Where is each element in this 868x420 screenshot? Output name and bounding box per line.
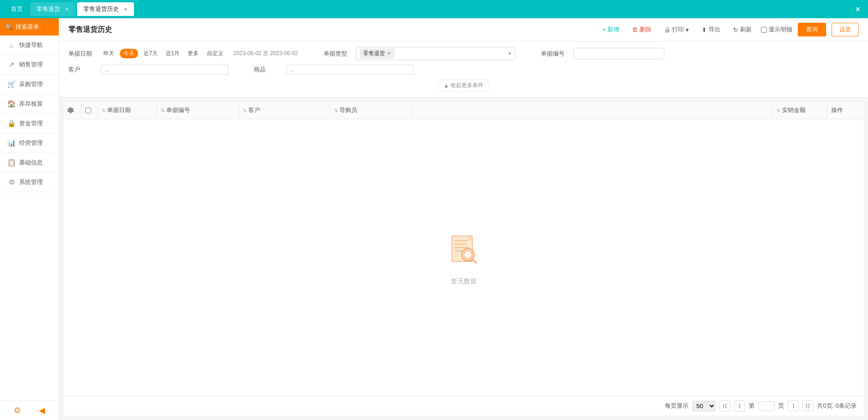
- basic-info-icon: 📋: [7, 159, 15, 167]
- new-button[interactable]: + 新增: [599, 24, 623, 36]
- filter-area: 单据日期 昨天 今天 近7天 近1月 更多 自定义 2023-06-02 至 2…: [59, 41, 868, 97]
- next-page-button[interactable]: ⟩: [788, 400, 799, 411]
- export-label: 导出: [709, 26, 720, 34]
- number-filter-input[interactable]: [573, 48, 664, 59]
- print-dropdown-icon: ▾: [686, 26, 689, 33]
- finance-icon: 🔒: [7, 119, 15, 128]
- sidebar-item-inventory-label: 库存核算: [19, 100, 43, 108]
- svg-rect-1: [454, 240, 468, 241]
- empty-text: 暂无数据: [451, 277, 477, 286]
- collapse-filter-button[interactable]: ▲ 收起更多条件: [438, 79, 490, 92]
- operations-icon: 📊: [7, 139, 15, 147]
- refresh-icon: ↻: [733, 26, 738, 33]
- sidebar-item-sales-mgmt[interactable]: ↗ 销售管理: [0, 55, 59, 75]
- content-area: 零售退货历史 + 新增 🗑 删除 🖨 打印 ▾ ⬆ 导出 ↻ 刷新: [59, 18, 868, 420]
- empty-illustration: [443, 229, 484, 270]
- date-opt-today[interactable]: 今天: [120, 49, 138, 58]
- goods-select[interactable]: ...: [286, 65, 414, 75]
- th-amount[interactable]: ⇅ 实销金额: [773, 102, 827, 119]
- inventory-icon: 🏠: [7, 100, 15, 108]
- th-customer[interactable]: ⇅ 客户: [239, 102, 330, 119]
- display-detail-checkbox[interactable]: [761, 27, 767, 33]
- page-number-input[interactable]: 1: [758, 401, 775, 411]
- last-page-button[interactable]: ⟩⟩: [802, 400, 813, 411]
- sort-number-icon: ⇅: [161, 108, 164, 113]
- display-detail-label: 显示明细: [769, 26, 792, 34]
- type-select[interactable]: 零售退货 ✕ ▾: [356, 47, 515, 60]
- print-button[interactable]: 🖨 打印 ▾: [661, 24, 693, 36]
- prev-page-button[interactable]: ⟨: [734, 400, 745, 411]
- export-button[interactable]: ⬆ 导出: [698, 24, 724, 36]
- window-close-button[interactable]: ✕: [851, 3, 864, 15]
- sidebar-item-purchase-mgmt[interactable]: 🛒 采购管理: [0, 75, 59, 94]
- date-opt-more[interactable]: 更多: [185, 49, 201, 58]
- date-opt-custom[interactable]: 自定义: [204, 49, 226, 58]
- date-opt-month[interactable]: 近1月: [163, 49, 183, 58]
- th-customer-label: 客户: [248, 106, 260, 114]
- first-page-button[interactable]: ⟨⟨: [719, 400, 730, 411]
- sidebar-item-system-label: 系统管理: [19, 178, 43, 186]
- print-label: 打印: [672, 26, 684, 34]
- type-filter-label: 单据类型: [324, 50, 349, 58]
- select-all-checkbox[interactable]: [85, 108, 91, 113]
- tab-retail-return[interactable]: 零售退货 ✕: [30, 2, 75, 16]
- tab-retail-return-close[interactable]: ✕: [65, 6, 69, 12]
- type-tag: 零售退货 ✕: [360, 49, 394, 58]
- sidebar-item-inventory[interactable]: 🏠 库存核算: [0, 94, 59, 114]
- search-icon: 🔍: [5, 24, 13, 31]
- per-page-select[interactable]: 10 20 50 100: [692, 401, 716, 411]
- sort-date-icon: ⇅: [102, 108, 105, 113]
- customer-filter-label: 客户: [68, 66, 93, 74]
- table-header: ⇅ 单据日期 ⇅ 单据编号 ⇅ 客户 ⇅ 导购员 ⇅ 实销: [63, 102, 864, 119]
- th-settings[interactable]: [63, 102, 82, 119]
- table-area: ⇅ 单据日期 ⇅ 单据编号 ⇅ 客户 ⇅ 导购员 ⇅ 实销: [63, 101, 864, 416]
- sidebar-item-operations[interactable]: 📊 经营管理: [0, 133, 59, 153]
- tab-retail-return-history-label: 零售退货历史: [83, 5, 119, 13]
- sidebar-item-basic-info[interactable]: 📋 基础信息: [0, 153, 59, 173]
- th-spacer: [412, 102, 773, 119]
- page-prefix-label: 第: [749, 402, 755, 410]
- th-number[interactable]: ⇅ 单据编号: [157, 102, 239, 119]
- th-actions-label: 操作: [831, 106, 843, 114]
- settings-button[interactable]: 设置: [832, 23, 859, 36]
- filter-row-2: 客户 ... 商品 ...: [68, 65, 859, 75]
- collapse-sidebar-icon[interactable]: ◀: [39, 405, 45, 415]
- th-amount-label: 实销金额: [782, 106, 806, 114]
- sidebar-item-quick-nav[interactable]: ⌂ 快捷导航: [0, 36, 59, 55]
- svg-line-7: [472, 259, 476, 263]
- tab-retail-return-history[interactable]: 零售退货历史 ✕: [77, 2, 134, 16]
- sidebar-bottom: ⚙ ◀: [0, 400, 59, 420]
- th-checkbox[interactable]: [82, 102, 98, 119]
- sidebar-item-finance-label: 资金管理: [19, 119, 43, 128]
- date-filter-label: 单据日期: [68, 50, 93, 58]
- page-header: 零售退货历史 + 新增 🗑 删除 🖨 打印 ▾ ⬆ 导出 ↻ 刷新: [59, 18, 868, 41]
- sidebar-item-quick-nav-label: 快捷导航: [19, 41, 43, 49]
- delete-button[interactable]: 🗑 删除: [628, 24, 655, 36]
- header-actions: + 新增 🗑 删除 🖨 打印 ▾ ⬆ 导出 ↻ 刷新 显示明细: [599, 23, 859, 36]
- type-select-arrow: ▾: [508, 51, 511, 56]
- sidebar-item-system[interactable]: ⚙ 系统管理: [0, 173, 59, 192]
- sidebar-item-finance[interactable]: 🔒 资金管理: [0, 114, 59, 133]
- date-opt-week[interactable]: 近7天: [141, 49, 160, 58]
- refresh-label: 刷新: [740, 26, 752, 34]
- date-options: 昨天 今天 近7天 近1月 更多 自定义: [101, 49, 226, 58]
- settings-bottom-icon[interactable]: ⚙: [14, 405, 21, 415]
- quick-nav-icon: ⌂: [7, 41, 15, 49]
- collapse-icon: ▲: [444, 82, 449, 89]
- query-button[interactable]: 查询: [798, 23, 826, 36]
- total-label: 共0页, 0条记录: [817, 402, 857, 410]
- type-tag-remove[interactable]: ✕: [387, 51, 391, 56]
- refresh-button[interactable]: ↻ 刷新: [729, 24, 755, 36]
- sort-guide-icon: ⇅: [334, 108, 338, 113]
- tab-retail-return-history-close[interactable]: ✕: [123, 6, 128, 12]
- svg-rect-2: [454, 244, 467, 245]
- number-filter-label: 单据编号: [541, 50, 566, 58]
- display-toggle[interactable]: 显示明细: [761, 26, 792, 34]
- th-date[interactable]: ⇅ 单据日期: [98, 102, 157, 119]
- date-opt-yesterday[interactable]: 昨天: [101, 49, 117, 58]
- th-guide[interactable]: ⇅ 导购员: [330, 102, 412, 119]
- top-bar: 首页 零售退货 ✕ 零售退货历史 ✕ ✕: [0, 0, 868, 18]
- sidebar-search[interactable]: 🔍 搜索菜单: [0, 18, 59, 36]
- tab-home[interactable]: 首页: [4, 5, 30, 13]
- customer-select[interactable]: ...: [101, 65, 228, 75]
